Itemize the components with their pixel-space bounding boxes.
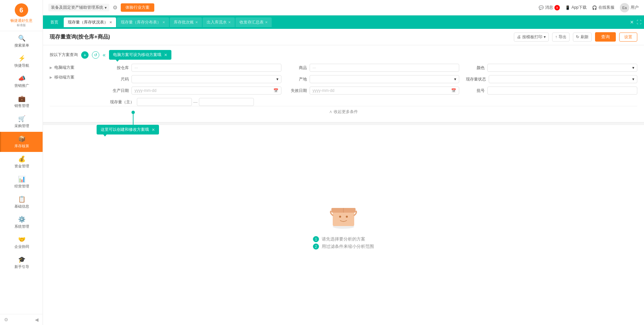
- stock-main-to-input[interactable]: [199, 98, 254, 106]
- tab-close-all-icon[interactable]: ✕: [630, 19, 634, 25]
- collapse-sidebar-icon[interactable]: ◀: [35, 317, 39, 322]
- calendar-icon-expiry: 📅: [451, 88, 456, 93]
- tab-close-flow[interactable]: ✕: [228, 20, 231, 24]
- filter-stock-main-row: 现存量（主） —: [110, 98, 283, 106]
- sidebar-logo: 6 畅捷通好生意 标准版: [0, 0, 43, 31]
- scheme-node-desktop[interactable]: ▶ 电脑端方案: [50, 64, 103, 71]
- batch-label: 批号: [466, 88, 485, 94]
- settings-bottom-icon[interactable]: ⚙: [4, 317, 8, 322]
- print-template-label: 按模板打印: [522, 34, 542, 40]
- header-settings-icon[interactable]: ⚙: [113, 4, 117, 11]
- scheme-expand-icon: ▶: [50, 66, 52, 69]
- main-area: 装备及固定资产辅助管理系统 ▾ ⚙ 体验行业方案 💬 消息 9 📱 App下载 …: [43, 0, 644, 325]
- app-logo-icon: 6: [15, 3, 28, 17]
- origin-select[interactable]: ▾: [310, 75, 460, 83]
- sidebar-nav: 🔍 搜索菜单 ⚡ 快捷导航 📣 营销推广 💼 销售管理 🛒 采购管理 📦 库存核…: [0, 31, 43, 314]
- tooltip1-close[interactable]: ✕: [164, 53, 167, 57]
- sidebar-item-operations[interactable]: 📊 经营管理: [0, 172, 43, 192]
- warehouse-label: 按仓库: [110, 65, 129, 71]
- scheme-mobile-label: 移动端方案: [54, 74, 74, 80]
- sidebar-label-quick: 快捷导航: [14, 63, 29, 68]
- size-label: 尺码: [110, 76, 129, 82]
- empty-svg: [327, 199, 360, 229]
- tab-inventory-distribution[interactable]: 现存量（库存分布表） ✕: [117, 17, 169, 27]
- search-button[interactable]: 查询: [595, 32, 616, 42]
- color-select[interactable]: ▾: [487, 64, 637, 72]
- tab-label-summary: 收发存汇总表: [239, 19, 264, 25]
- sidebar-item-newbie[interactable]: 🎓 新手引导: [0, 253, 43, 273]
- filter-top-row: 按以下方案查询 + ↺ « 电脑方案可设为移动方案哦 ✕: [50, 50, 637, 60]
- tab-close-batch[interactable]: ✕: [195, 20, 198, 24]
- reset-button[interactable]: 设置: [619, 33, 637, 42]
- tab-close-summary[interactable]: ✕: [265, 20, 268, 24]
- app-logo-text: 畅捷通好生意: [10, 18, 33, 23]
- user-item[interactable]: Ea 用户: [620, 3, 639, 12]
- system-selector[interactable]: 装备及固定资产辅助管理系统 ▾: [48, 4, 109, 11]
- stock-status-select[interactable]: ▾: [489, 75, 637, 83]
- scheme-node-mobile[interactable]: ▶ 移动端方案: [50, 73, 103, 81]
- filter-back-btn[interactable]: «: [103, 52, 106, 58]
- sidebar-item-enterprise[interactable]: 🤝 企业协同: [0, 232, 43, 253]
- tab-close-distribution[interactable]: ✕: [162, 20, 165, 24]
- batch-input[interactable]: [487, 87, 637, 95]
- sidebar-item-search[interactable]: 🔍 搜索菜单: [0, 31, 43, 51]
- collapse-filter-btn[interactable]: ∧ 收起更多条件: [50, 106, 637, 117]
- tab-home[interactable]: 首页: [46, 17, 63, 27]
- stock-main-label: 现存量（主）: [110, 99, 134, 105]
- user-label: 用户: [631, 5, 639, 10]
- message-icon: 💬: [539, 5, 544, 10]
- tab-in-out-flow[interactable]: 出入库流水 ✕: [203, 17, 235, 27]
- sidebar-item-purchase[interactable]: 🛒 采购管理: [0, 112, 43, 132]
- color-label: 颜色: [466, 65, 485, 71]
- tab-close-inventory-status[interactable]: ✕: [109, 20, 112, 24]
- flash-icon: ⚡: [18, 55, 25, 62]
- step1-num: 1: [313, 236, 319, 242]
- filter-refresh-btn[interactable]: ↺: [92, 51, 99, 59]
- chart-icon: 📊: [18, 175, 25, 183]
- sidebar-item-inventory[interactable]: 📦 库存核算: [0, 132, 43, 152]
- expiry-date-input[interactable]: yyyy-mm-dd 📅: [310, 87, 460, 95]
- printer-icon: 🖨: [517, 35, 521, 39]
- sidebar-item-quick[interactable]: ⚡ 快捷导航: [0, 51, 43, 71]
- app-download-item[interactable]: 📱 App下载: [565, 5, 587, 10]
- sidebar-item-sales[interactable]: 💼 销售管理: [0, 92, 43, 112]
- gear-icon: ⚙️: [18, 216, 25, 223]
- online-support-item[interactable]: 🎧 在线客服: [592, 5, 614, 10]
- tab-fullscreen-icon[interactable]: ⛶: [637, 19, 641, 25]
- empty-step1: 1 请先选择要分析的方案: [313, 236, 374, 242]
- page-content: 现存量查询(按仓库+商品) 🖨 按模板打印 ▾ ↑ 导出 ↻ 刷新 查询 设置: [43, 29, 644, 325]
- warehouse-input[interactable]: ···: [131, 64, 281, 72]
- tab-inventory-status[interactable]: 现存量（库存状况表） ✕: [64, 17, 116, 27]
- refresh-label: 刷新: [581, 34, 589, 40]
- scheme-desktop-label: 电脑端方案: [54, 65, 74, 70]
- sidebar-item-basic[interactable]: 📋 基础信息: [0, 192, 43, 212]
- filter-color-row: 颜色 ▾: [466, 64, 637, 72]
- prod-date-input[interactable]: yyyy-mm-dd 📅: [131, 87, 281, 95]
- filter-batch-row: 批号: [466, 87, 637, 95]
- app-logo-badge: 标准版: [17, 23, 26, 28]
- trial-button[interactable]: 体验行业方案: [121, 3, 154, 12]
- size-select[interactable]: ▾: [131, 75, 281, 83]
- tooltip2-close[interactable]: ✕: [152, 127, 155, 132]
- tab-batch-account[interactable]: 库存批次账 ✕: [170, 17, 202, 27]
- tab-summary[interactable]: 收发存汇总表 ✕: [235, 17, 272, 27]
- filter-add-scheme-btn[interactable]: +: [81, 51, 89, 59]
- tab-bar-right: ✕ ⛶: [630, 19, 641, 25]
- app-download-label: App下载: [572, 5, 587, 10]
- print-template-btn[interactable]: 🖨 按模板打印 ▾: [514, 33, 549, 42]
- page-title: 现存量查询(按仓库+商品): [50, 34, 110, 41]
- sidebar-item-finance[interactable]: 💰 资金管理: [0, 152, 43, 172]
- scheme-tree: ▶ 电脑端方案 ▶ 移动端方案: [50, 64, 103, 106]
- sidebar-item-marketing[interactable]: 📣 营销推广: [0, 71, 43, 92]
- product-input[interactable]: ···: [310, 64, 460, 72]
- stock-main-from-input[interactable]: [137, 98, 192, 106]
- sidebar-item-system[interactable]: ⚙️ 系统管理: [0, 212, 43, 232]
- message-item[interactable]: 💬 消息 9: [539, 5, 560, 10]
- export-btn[interactable]: ↑ 导出: [552, 33, 570, 42]
- scheme-mobile-expand-icon: ▶: [50, 75, 52, 79]
- empty-step2: 2 用过滤条件来缩小分析范围: [313, 243, 374, 250]
- filter-label: 按以下方案查询: [50, 52, 78, 58]
- tab-label-batch: 库存批次账: [174, 19, 194, 25]
- refresh-btn[interactable]: ↻ 刷新: [573, 33, 592, 42]
- phone-icon: 📱: [565, 5, 570, 10]
